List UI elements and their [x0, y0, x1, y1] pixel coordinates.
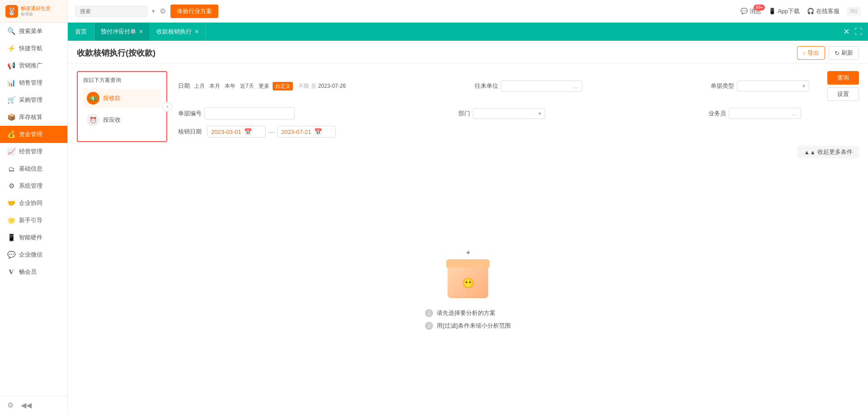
topbar-left: ▾ ⚙ 体验行业方案: [75, 5, 218, 18]
tab-prepay[interactable]: 预付冲应付单 ✕: [94, 23, 150, 41]
filter-option-receipt[interactable]: 💵 按收款: [83, 89, 161, 108]
filter-partner-group: 往来单位 …: [475, 81, 582, 92]
dept-select[interactable]: ▾: [473, 108, 545, 119]
hint-item-2: 2 用[过滤]条件来缩小分析范围: [425, 322, 510, 330]
sidebar-item-system[interactable]: ⚙ 系统管理: [0, 177, 67, 195]
staff-input[interactable]: …: [729, 108, 801, 119]
refresh-button[interactable]: ↻ 刷新: [829, 46, 859, 60]
verify-date-label: 核销日期: [178, 128, 202, 136]
collapse-conditions-bar: ▲▲ 收起更多条件: [68, 142, 868, 164]
date-this-month[interactable]: 本月: [208, 81, 222, 91]
verify-end-date[interactable]: 2023-07-21 📅: [277, 126, 336, 138]
empty-illustration: 😶 ✦: [443, 248, 493, 298]
option-receipt-label: 按收款: [103, 94, 121, 102]
panel-collapse-arrow[interactable]: «: [162, 102, 172, 112]
sidebar-gear-button[interactable]: ⚙: [7, 401, 14, 409]
verify-end-value: 2023-07-21: [281, 128, 311, 135]
sidebar-label-sales: 销售管理: [19, 79, 42, 87]
guide-icon: 🌟: [7, 216, 15, 224]
service-label: 在线客服: [816, 7, 840, 15]
tab-receipt-verify[interactable]: 收款核销执行 ✕: [150, 23, 206, 41]
staff-dots: …: [791, 110, 797, 117]
purchase-icon: 🛒: [7, 96, 15, 104]
topbar: ▾ ⚙ 体验行业方案 💬 消息 99+ 📱 App下载 🎧 在线客服 Rit: [68, 0, 868, 23]
sidebar-label-system: 系统管理: [19, 182, 42, 190]
date-nolimit-label: 不限: [298, 82, 309, 90]
bill-type-chevron: ▾: [802, 83, 805, 89]
hint-num-1: 1: [425, 309, 433, 317]
hint-text-2: 用[过滤]条件来缩小分析范围: [437, 322, 510, 330]
sidebar-collapse-button[interactable]: ◀◀: [21, 401, 32, 409]
verify-date-range: 2023-03-01 📅 — 2023-07-21 📅: [207, 126, 336, 138]
sidebar-item-member[interactable]: V 畅会员: [0, 263, 67, 281]
sidebar-label-guide: 新手引导: [19, 216, 42, 224]
tab-home[interactable]: 首页: [68, 23, 94, 41]
date-custom-badge[interactable]: 自定义: [273, 82, 293, 90]
filter-staff-group: 业务员 …: [708, 108, 801, 119]
receipt-option-icon: 💵: [87, 92, 99, 105]
date-this-year[interactable]: 本年: [223, 81, 237, 91]
tab-expand-button[interactable]: ⛶: [854, 27, 863, 37]
box-lid: [446, 259, 490, 267]
date-last-month[interactable]: 上月: [193, 81, 206, 91]
billno-input[interactable]: [204, 107, 295, 119]
topbar-search-input[interactable]: [75, 6, 147, 17]
sidebar-item-purchase[interactable]: 🛒 采购管理: [0, 91, 67, 109]
sidebar-item-guide[interactable]: 🌟 新手引导: [0, 212, 67, 229]
verify-start-date[interactable]: 2023-03-01 📅: [207, 126, 266, 138]
sidebar-item-wechat[interactable]: 💬 企业微信: [0, 246, 67, 263]
partner-label: 往来单位: [475, 82, 498, 90]
sidebar-label-purchase: 采购管理: [19, 96, 42, 104]
box-sparkle: ✦: [465, 248, 471, 257]
sidebar-item-funds[interactable]: 💰 资金管理: [0, 126, 67, 143]
staff-label: 业务员: [708, 109, 726, 118]
date-7days[interactable]: 近7天: [239, 81, 255, 91]
main-content: ▾ ⚙ 体验行业方案 💬 消息 99+ 📱 App下载 🎧 在线客服 Rit 首…: [68, 0, 868, 414]
sidebar-item-collab[interactable]: 🤝 企业协同: [0, 195, 67, 212]
tab-close-button[interactable]: ✕: [843, 27, 850, 37]
bill-type-select[interactable]: ▾: [737, 81, 809, 91]
box-face: 😶: [462, 277, 474, 289]
filter-option-receivable[interactable]: ⏰ 按应收: [83, 110, 161, 129]
wechat-icon: 💬: [7, 251, 15, 259]
sidebar-label-marketing: 营销推广: [19, 62, 42, 70]
tab-receipt-label: 收款核销执行: [156, 28, 192, 36]
quicknav-icon: ⚡: [7, 44, 15, 52]
tab-bar: 首页 预付冲应付单 ✕ 收款核销执行 ✕ ✕ ⛶: [68, 23, 868, 41]
export-icon: ↑: [803, 50, 806, 57]
query-button[interactable]: 查询: [827, 71, 859, 85]
message-button[interactable]: 💬 消息 99+: [741, 7, 761, 15]
sidebar-item-basic[interactable]: 🗂 基础信息: [0, 160, 67, 177]
export-button[interactable]: ↑ 导出: [797, 46, 826, 60]
sidebar-item-sales[interactable]: 📊 销售管理: [0, 74, 67, 91]
sidebar-item-operations[interactable]: 📈 经营管理: [0, 143, 67, 160]
sidebar-item-search[interactable]: 🔍 搜索菜单: [0, 23, 67, 40]
sidebar-label-hardware: 智能硬件: [19, 233, 42, 242]
sidebar-label-member: 畅会员: [19, 268, 37, 276]
settings-button[interactable]: 设置: [827, 87, 859, 101]
sidebar-item-marketing[interactable]: 📢 营销推广: [0, 57, 67, 74]
partner-input[interactable]: …: [501, 81, 582, 92]
collapse-conditions-label: 收起更多条件: [817, 148, 853, 156]
empty-hints: 1 请先选择要分析的方案 2 用[过滤]条件来缩小分析范围: [425, 309, 510, 330]
date-more[interactable]: 更多: [257, 81, 271, 91]
user-area[interactable]: Rit: [847, 7, 861, 16]
sidebar-item-hardware[interactable]: 📱 智能硬件: [0, 229, 67, 246]
filter-left-panel: 按以下方案查询 💵 按收款 ⏰ 按应收 «: [77, 71, 167, 142]
date-shortcuts: 上月 本月 本年 近7天 更多 自定义: [193, 81, 293, 91]
tab-receipt-close[interactable]: ✕: [194, 29, 199, 35]
sidebar-bottom: ⚙ ◀◀: [0, 396, 67, 414]
topbar-dropdown-icon[interactable]: ▾: [152, 8, 155, 14]
industry-btn[interactable]: 体验行业方案: [170, 5, 218, 18]
tab-prepay-close[interactable]: ✕: [139, 29, 143, 35]
topbar-gear-icon[interactable]: ⚙: [160, 7, 166, 15]
inventory-icon: 📦: [7, 113, 15, 121]
sidebar-item-inventory[interactable]: 📦 库存核算: [0, 109, 67, 126]
sidebar-item-quicknav[interactable]: ⚡ 快捷导航: [0, 40, 67, 57]
online-service-button[interactable]: 🎧 在线客服: [807, 7, 840, 15]
filter-bill-type-group: 单据类型 ▾: [711, 81, 809, 91]
app-download-button[interactable]: 📱 App下载: [769, 7, 800, 15]
filter-dept-group: 部门 ▾: [458, 108, 545, 119]
chevron-up-icon: ▲▲: [804, 149, 816, 156]
collapse-conditions-button[interactable]: ▲▲ 收起更多条件: [797, 146, 859, 158]
